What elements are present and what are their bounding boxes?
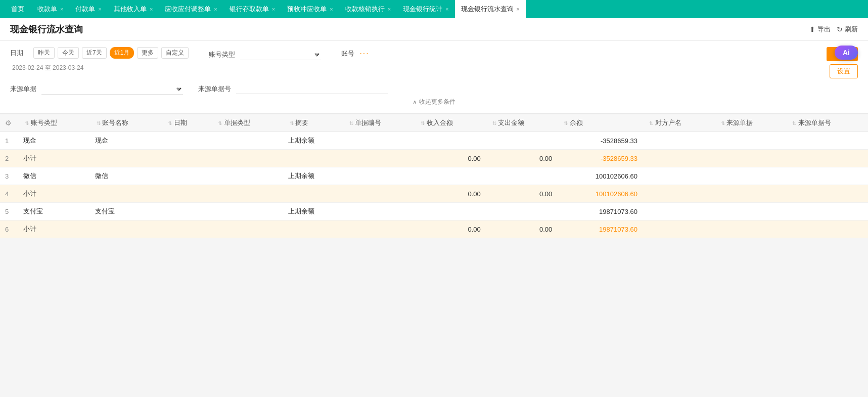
close-icon-8[interactable]: × (517, 6, 520, 12)
date-options: 昨天 今天 近7天 近1月 更多 自定义 (33, 47, 189, 59)
filter-area: 日期 昨天 今天 近7天 近1月 更多 自定义 2023-02-24 至 202… (0, 41, 868, 114)
nav-home[interactable]: 首页 (4, 0, 31, 18)
cell-source-doc-no (786, 150, 868, 167)
cell-summary: 上期余额 (283, 167, 343, 185)
date-btn-1month[interactable]: 近1月 (110, 47, 134, 59)
cell-balance: -3528659.33 (557, 150, 643, 167)
cell-account-name (90, 150, 162, 167)
account-dots-button[interactable]: ··· (359, 49, 369, 58)
nav-tab-0[interactable]: 收款单 × (31, 0, 69, 18)
close-icon-4[interactable]: × (272, 6, 275, 12)
cell-date (161, 150, 211, 167)
cell-summary: 上期余额 (283, 203, 343, 220)
close-icon-3[interactable]: × (214, 6, 217, 12)
date-btn-7days[interactable]: 近7天 (82, 47, 107, 59)
cell-summary (283, 185, 343, 203)
col-date: ⇅ 日期 (161, 114, 211, 132)
page-title: 现金银行流水查询 (10, 23, 83, 35)
cell-expense: 0.00 (486, 185, 558, 203)
cell-date (161, 203, 211, 220)
account-type-select[interactable] (240, 49, 321, 60)
cell-account-type: 微信 (18, 167, 90, 185)
cell-source-doc-no (786, 167, 868, 185)
close-icon-5[interactable]: × (330, 6, 333, 12)
cell-expense (486, 167, 558, 185)
sort-icon: ⇅ (492, 120, 496, 126)
cell-income (414, 203, 486, 220)
nav-tab-8[interactable]: 现金银行流水查询 × (455, 0, 526, 18)
source-doc-num-label: 来源单据号 (198, 84, 231, 94)
cell-counterpart (643, 220, 714, 238)
cell-account-type: 小计 (18, 185, 90, 203)
date-range: 2023-02-24 至 2023-03-24 (12, 64, 189, 72)
cell-counterpart (643, 185, 714, 203)
source-doc-select-wrapper: ▼ (41, 83, 183, 95)
cell-doc-type (211, 167, 283, 185)
date-btn-custom[interactable]: 自定义 (161, 47, 189, 59)
close-icon-6[interactable]: × (388, 6, 391, 12)
cell-counterpart (643, 150, 714, 167)
close-icon-0[interactable]: × (60, 6, 63, 12)
gear-icon[interactable]: ⚙ (5, 119, 12, 127)
ai-button[interactable]: Ai (835, 46, 858, 60)
cell-doc-no (343, 167, 415, 185)
cell-source-doc-no (786, 203, 868, 220)
nav-tab-5[interactable]: 预收冲应收单 × (281, 0, 339, 18)
sort-icon: ⇅ (168, 120, 172, 126)
cell-income: 0.00 (414, 150, 486, 167)
refresh-button[interactable]: ↻ 刷新 (837, 25, 858, 34)
cell-date (161, 220, 211, 238)
export-icon: ⬆ (809, 25, 815, 33)
nav-tab-4[interactable]: 银行存取款单 × (223, 0, 281, 18)
sort-icon: ⇅ (97, 120, 101, 126)
date-btn-today[interactable]: 今天 (58, 47, 79, 59)
cell-balance: 19871073.60 (557, 203, 643, 220)
cell-income (414, 132, 486, 150)
col-source-doc-no: ⇅ 来源单据号 (786, 114, 868, 132)
cell-date (161, 167, 211, 185)
close-icon-1[interactable]: × (98, 6, 101, 12)
collapse-bar[interactable]: ∧ 收起更多条件 (10, 95, 858, 107)
close-icon-2[interactable]: × (150, 6, 153, 12)
sort-icon: ⇅ (649, 120, 653, 126)
chevron-up-icon: ∧ (413, 99, 417, 106)
table-body: 1 现金 现金 上期余额 -3528659.33 2 小计 0.00 0.00 … (0, 132, 868, 238)
nav-tab-2[interactable]: 其他收入单 × (108, 0, 159, 18)
cell-date (161, 132, 211, 150)
col-counterpart: ⇅ 对方户名 (643, 114, 714, 132)
date-filter-row: 日期 昨天 今天 近7天 近1月 更多 自定义 (10, 47, 189, 59)
nav-tab-3[interactable]: 应收应付调整单 × (159, 0, 223, 18)
col-gear: ⚙ (0, 114, 18, 132)
nav-tab-7[interactable]: 现金银行统计 × (397, 0, 454, 18)
cell-doc-type (211, 150, 283, 167)
settings-button[interactable]: 设置 (830, 64, 858, 78)
col-account-name: ⇅ 账号名称 (90, 114, 162, 132)
account-label: 账号 (341, 49, 354, 58)
col-doc-type: ⇅ 单据类型 (211, 114, 283, 132)
nav-tab-1[interactable]: 付款单 × (69, 0, 107, 18)
refresh-icon: ↻ (837, 25, 843, 33)
cell-source-doc (714, 167, 786, 185)
export-button[interactable]: ⬆ 导出 (809, 25, 831, 34)
cell-doc-type (211, 220, 283, 238)
cell-source-doc (714, 203, 786, 220)
date-btn-more[interactable]: 更多 (137, 47, 158, 59)
nav-tab-6[interactable]: 收款核销执行 × (339, 0, 397, 18)
main-table: ⚙ ⇅ 账号类型 ⇅ 账号名称 ⇅ 日期 ⇅ 单据类型 (0, 114, 868, 238)
source-doc-num-input[interactable] (236, 84, 388, 94)
date-btn-yesterday[interactable]: 昨天 (33, 47, 55, 59)
cell-income (414, 167, 486, 185)
cell-account-name (90, 220, 162, 238)
sort-icon: ⇅ (25, 120, 29, 126)
source-doc-label: 来源单据 (10, 84, 36, 94)
cell-summary: 上期余额 (283, 132, 343, 150)
cell-source-doc-no (786, 132, 868, 150)
table-row: 2 小计 0.00 0.00 -3528659.33 (0, 150, 868, 167)
cell-source-doc-no (786, 185, 868, 203)
cell-date (161, 185, 211, 203)
source-doc-select[interactable] (41, 83, 183, 95)
cell-balance: -3528659.33 (557, 132, 643, 150)
cell-balance: 19871073.60 (557, 220, 643, 238)
close-icon-7[interactable]: × (445, 6, 448, 12)
cell-doc-no (343, 220, 415, 238)
